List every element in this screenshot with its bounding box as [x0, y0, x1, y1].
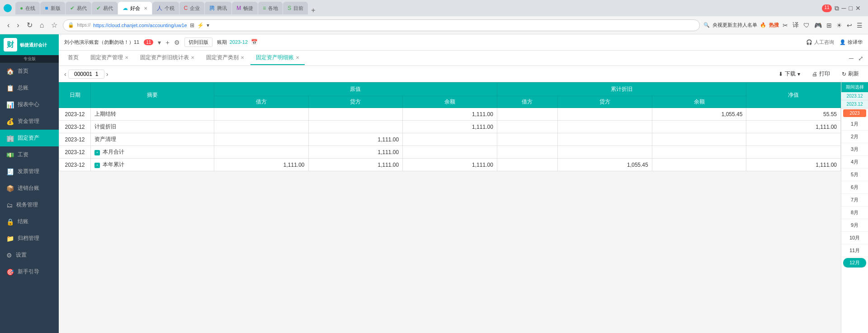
brightness-icon[interactable]: ☀: [836, 22, 842, 29]
menu-icon[interactable]: ☰: [857, 22, 863, 29]
tab-close-depreciation[interactable]: ✕: [191, 55, 194, 60]
new-tab-button[interactable]: +: [308, 6, 318, 14]
period-month-10[interactable]: 10月: [841, 232, 868, 244]
browser-tab-changjie[interactable]: M 畅捷: [232, 2, 258, 14]
bookmark-button[interactable]: ☆: [49, 20, 59, 30]
refresh-icon: ↻: [842, 71, 846, 77]
sidebar-item-closing[interactable]: 🔒 结账: [0, 213, 59, 230]
tab-close-detail[interactable]: ✕: [296, 55, 299, 60]
user-avatar-icon: 👤: [840, 39, 846, 45]
topbar: 刘小艳演示账套（勿删勿动！）11 11 ▾ + ⚙ 切到旧版 账期 2023-1…: [59, 34, 868, 51]
sidebar-item-tax[interactable]: 🗂 税务管理: [0, 197, 59, 213]
browser-tab-tengxun[interactable]: 腾 腾讯: [205, 2, 231, 14]
tab-minimize-icon[interactable]: ─: [848, 54, 854, 63]
period-month-7[interactable]: 7月: [841, 194, 868, 206]
sidebar-item-home[interactable]: 🏠 首页: [0, 63, 59, 80]
period-month-8[interactable]: 8月: [841, 206, 868, 219]
tab-home[interactable]: 首页: [62, 51, 84, 65]
period-month-9[interactable]: 9月: [841, 219, 868, 232]
browser-tab-qiye[interactable]: C 企业: [179, 2, 205, 14]
refresh-button[interactable]: ↻ 刷新: [838, 69, 863, 79]
page-input[interactable]: [68, 70, 104, 79]
browser-tab-haokuai[interactable]: ☁ 好会 ✕: [118, 2, 152, 14]
shield-icon[interactable]: 🛡: [803, 22, 810, 29]
period-month-1[interactable]: 1月: [841, 118, 868, 131]
sidebar-item-funds[interactable]: 💰 资金管理: [0, 113, 59, 130]
cell-orig-credit-5: 1,111.00: [308, 159, 403, 171]
tab-close-category[interactable]: ✕: [241, 55, 244, 60]
browser-tab-gedi[interactable]: ≡ 各地: [258, 2, 283, 14]
scissors-icon[interactable]: ✂: [783, 22, 788, 29]
print-button[interactable]: 🖨 打印: [808, 69, 834, 79]
home-icon: 🏠: [6, 68, 14, 75]
period-month-3[interactable]: 3月: [841, 143, 868, 156]
settings-icon: ⚙: [6, 252, 12, 259]
sidebar-item-reports[interactable]: 📊 报表中心: [0, 96, 59, 113]
calendar-icon[interactable]: 📅: [251, 39, 258, 45]
sidebar-item-payroll[interactable]: 💵 工资: [0, 146, 59, 163]
period-month-2[interactable]: 2月: [841, 131, 868, 143]
prev-page-button[interactable]: ‹: [64, 70, 66, 78]
game-icon[interactable]: 🎮: [814, 22, 822, 29]
translate-icon[interactable]: 译: [793, 21, 799, 29]
period-month-11[interactable]: 11月: [841, 244, 868, 257]
window-minimize[interactable]: ─: [842, 5, 846, 12]
browser-tab-close[interactable]: ✕: [144, 6, 147, 11]
undo-icon[interactable]: ↩: [847, 22, 852, 29]
invoice-icon: 🧾: [6, 168, 14, 175]
badge-11: 11: [822, 5, 831, 12]
reload-button[interactable]: ↻: [25, 20, 34, 30]
window-maximize[interactable]: □: [849, 5, 853, 12]
tab-depreciation[interactable]: 固定资产折旧统计表 ✕: [135, 51, 200, 65]
period-month-4[interactable]: 4月: [841, 156, 868, 169]
cell-accum-credit-3: [558, 133, 652, 146]
support-button[interactable]: 🎧 人工咨询: [806, 39, 834, 46]
tab-close-mgmt[interactable]: ✕: [125, 55, 128, 60]
sidebar-item-guide[interactable]: 🎯 新手引导: [0, 263, 59, 280]
cell-net-3: [746, 133, 841, 146]
user-profile[interactable]: 👤 徐译华: [840, 39, 863, 46]
cell-accum-credit-1: [558, 108, 652, 121]
tab-fixed-asset-mgmt[interactable]: 固定资产管理 ✕: [85, 51, 134, 65]
topbar-settings[interactable]: ⚙: [174, 39, 180, 46]
browser-tab-new[interactable]: ■ 新版: [40, 2, 65, 14]
home-button[interactable]: ⌂: [38, 20, 46, 30]
sidebar-item-fixed-assets[interactable]: 🏢 固定资产: [0, 130, 59, 146]
next-page-button[interactable]: ›: [106, 70, 108, 78]
download-button[interactable]: ⬇ 下载 ▾: [775, 69, 804, 79]
sidebar-item-settings[interactable]: ⚙ 设置: [0, 247, 59, 263]
switch-version-button[interactable]: 切到旧版: [184, 38, 212, 47]
cell-summary-5: + 本年累计: [91, 159, 214, 171]
period-year[interactable]: 2023: [843, 109, 866, 117]
window-close[interactable]: ✕: [855, 5, 861, 12]
browser-tab-geshui[interactable]: 人 个税: [152, 2, 179, 14]
back-button[interactable]: ‹: [5, 20, 11, 30]
topbar-dropdown[interactable]: ▾: [158, 39, 161, 46]
grid-icon[interactable]: ⊞: [826, 22, 832, 29]
cell-orig-credit-2: [308, 121, 403, 133]
period-month-6[interactable]: 6月: [841, 181, 868, 194]
funds-icon: 💰: [6, 118, 14, 125]
address-input[interactable]: 🔒 https:// https://cloud.chanjet.com/acc…: [63, 19, 700, 31]
browser-tab-muqian[interactable]: S 目前: [283, 2, 308, 14]
period-month-12[interactable]: 12月: [843, 258, 866, 268]
forward-button[interactable]: ›: [15, 20, 21, 30]
guide-icon: 🎯: [6, 268, 14, 276]
topbar-add[interactable]: +: [165, 39, 169, 46]
sidebar-item-ledger[interactable]: 📋 总账: [0, 80, 59, 96]
dropdown-arrow[interactable]: ▾: [207, 22, 209, 28]
lightning-icon[interactable]: ⚡: [197, 22, 204, 28]
period-selected-end: 2023.12: [841, 100, 868, 108]
qr-icon[interactable]: ⊞: [190, 22, 194, 28]
browser-tab-online[interactable]: ● 在线: [15, 2, 40, 14]
browser-tab-yidai1[interactable]: ✔ 易代: [66, 2, 91, 14]
tab-category[interactable]: 固定资产类别 ✕: [201, 51, 250, 65]
browser-tab-yidai2[interactable]: ✔ 易代: [92, 2, 118, 14]
sidebar-item-archive[interactable]: 📁 归档管理: [0, 230, 59, 247]
tab-expand-icon[interactable]: ⤢: [857, 54, 864, 63]
period-month-5[interactable]: 5月: [841, 169, 868, 181]
tab-detail[interactable]: 固定资产明细账 ✕: [250, 51, 305, 65]
window-tile[interactable]: ⧉: [835, 5, 839, 12]
sidebar-item-inventory[interactable]: 📦 进销台账: [0, 180, 59, 197]
sidebar-item-invoice[interactable]: 🧾 发票管理: [0, 163, 59, 180]
